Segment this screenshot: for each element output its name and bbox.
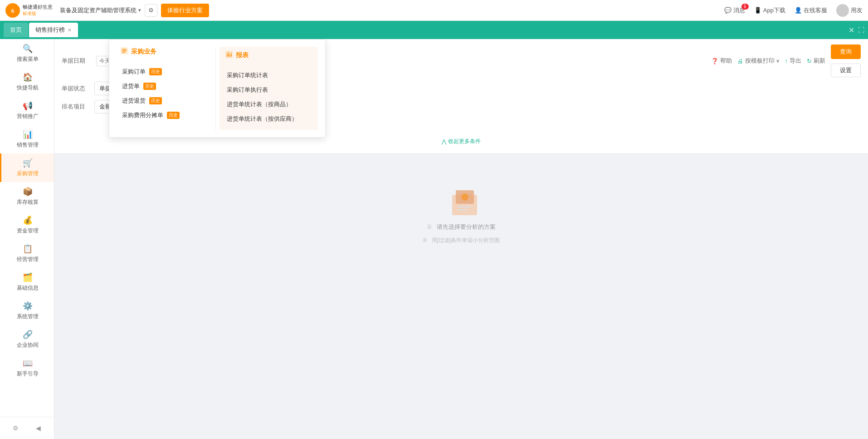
app-download-label: App下载	[763, 6, 785, 15]
sidebar-item-marketing[interactable]: 📢 营销推广	[0, 96, 54, 125]
sidebar-label-basic-info: 基础信息	[17, 284, 39, 292]
inventory-icon: 📦	[23, 187, 33, 197]
basic-info-icon: 🗂️	[23, 272, 33, 282]
home-icon: 🏠	[23, 72, 33, 82]
guide-icon: 📖	[23, 358, 33, 368]
main-layout: 🔍 搜索菜单 🏠 快捷导航 📢 营销推广 📊 销售管理 🛒 采购管理 📦 库存核…	[0, 39, 868, 439]
sidebar-item-inventory[interactable]: 📦 库存核算	[0, 182, 54, 211]
sidebar-item-purchase[interactable]: 🛒 采购管理	[0, 153, 54, 182]
service-icon: 👤	[795, 7, 802, 14]
sidebar: 🔍 搜索菜单 🏠 快捷导航 📢 营销推广 📊 销售管理 🛒 采购管理 📦 库存核…	[0, 39, 54, 439]
menu-section-report-title: 报表	[225, 50, 313, 63]
industry-btn[interactable]: 体验行业方案	[161, 4, 209, 17]
menu-item-incoming-stats-goods[interactable]: 进货单统计表（按商品）	[225, 97, 313, 112]
refresh-icon: ↻	[807, 58, 812, 64]
svg-rect-8	[458, 209, 468, 211]
purchase-business-icon	[120, 47, 128, 56]
logo-text-block: 畅捷通好生意 标准版	[23, 4, 53, 16]
incoming-badge: 历史	[143, 83, 156, 90]
svg-point-3	[839, 12, 846, 16]
dropdown-menu: 采购业务 采购订单 历史 进货单 历史 进货退货 历史 采购费用分摊单 历史	[109, 39, 326, 138]
sidebar-label-quick-nav: 快捷导航	[17, 84, 39, 92]
settings-icon-button[interactable]: ⚙	[145, 4, 157, 17]
empty-state: ① 请先选择要分析的方案 ② 用[过滤]条件来缩小分析范围	[54, 154, 868, 271]
print-btn[interactable]: 🖨 按模板打印 ▾	[737, 57, 780, 65]
marketing-icon: 📢	[23, 101, 33, 111]
sidebar-label-marketing: 营销推广	[17, 113, 39, 120]
rank-label: 排名项目	[62, 103, 89, 111]
query-btn[interactable]: 查询	[831, 44, 861, 59]
finance-icon: 💰	[23, 215, 33, 225]
logo-area: 6 畅捷通好生意 标准版	[5, 3, 60, 18]
menu-section-purchase: 采购业务 采购订单 历史 进货单 历史 进货退货 历史 采购费用分摊单 历史	[117, 47, 212, 130]
user-label: 用友	[851, 6, 863, 15]
menu-item-incoming-stats-supplier[interactable]: 进货单统计表（按供应商）	[225, 112, 313, 126]
empty-tip2: ② 用[过滤]条件来缩小分析范围	[422, 237, 500, 244]
header-right: 💬 消息 6 📱 App下载 👤 在线客服 用友	[724, 4, 863, 17]
sidebar-label-enterprise: 企业协同	[17, 341, 39, 349]
sidebar-label-sales: 销售管理	[17, 141, 39, 149]
sidebar-item-search[interactable]: 🔍 搜索菜单	[0, 39, 54, 68]
sidebar-item-quick-nav[interactable]: 🏠 快捷导航	[0, 68, 54, 96]
sidebar-item-basic-info[interactable]: 🗂️ 基础信息	[0, 268, 54, 296]
menu-item-return[interactable]: 进货退货 历史	[120, 94, 208, 108]
sidebar-item-system[interactable]: ⚙️ 系统管理	[0, 296, 54, 325]
menu-item-purchase-order-stats[interactable]: 采购订单统计表	[225, 68, 313, 83]
sidebar-label-guide: 新手引导	[17, 370, 39, 378]
system-dropdown-arrow[interactable]: ▾	[138, 7, 141, 13]
search-icon: 🔍	[23, 44, 33, 54]
tab-bar-right: ✕ ⛶	[848, 26, 864, 35]
tab-sales-ranking[interactable]: 销售排行榜 ✕	[29, 23, 78, 37]
phone-icon: 📱	[754, 7, 761, 14]
tab-close-icon[interactable]: ✕	[68, 27, 72, 33]
close-all-tabs-icon[interactable]: ✕	[848, 26, 854, 35]
online-service-action[interactable]: 👤 在线客服	[795, 6, 827, 15]
sidebar-item-operations[interactable]: 📋 经营管理	[0, 239, 54, 268]
purchase-order-badge: 历史	[149, 68, 162, 75]
sidebar-settings-btn[interactable]: ⚙	[10, 422, 22, 434]
expand-icon[interactable]: ⛶	[858, 26, 864, 34]
online-service-label: 在线客服	[804, 6, 827, 15]
svg-text:6: 6	[11, 7, 15, 14]
enterprise-icon: 🔗	[23, 330, 33, 340]
header-middle: 装备及固定资产辅助管理系统 ▾ ⚙ 体验行业方案	[60, 4, 724, 17]
date-label: 单据日期	[62, 57, 89, 65]
menu-item-purchase-order[interactable]: 采购订单 历史	[120, 64, 208, 79]
user-action[interactable]: 用友	[836, 4, 863, 17]
message-action[interactable]: 💬 消息 6	[724, 6, 745, 15]
logo-brand: 畅捷通好生意	[23, 4, 53, 10]
refresh-btn[interactable]: ↻ 刷新	[807, 57, 825, 65]
sidebar-label-search: 搜索菜单	[17, 55, 39, 63]
sidebar-item-guide[interactable]: 📖 新手引导	[0, 354, 54, 382]
export-btn[interactable]: ↑ 导出	[785, 57, 802, 65]
svg-point-2	[841, 7, 844, 10]
svg-point-6	[461, 193, 468, 201]
action-btns: 查询 设置	[831, 44, 861, 77]
print-dropdown-icon[interactable]: ▾	[776, 58, 780, 64]
sidebar-item-sales[interactable]: 📊 销售管理	[0, 125, 54, 153]
menu-item-cost-alloc[interactable]: 采购费用分摊单 历史	[120, 108, 208, 123]
cost-alloc-badge: 历史	[167, 112, 180, 119]
sidebar-bottom: ⚙ ◀	[0, 417, 54, 439]
svg-rect-7	[458, 206, 471, 207]
notification-badge: 6	[741, 4, 749, 10]
tab-home[interactable]: 首页	[4, 23, 28, 37]
menu-section-report: 报表 采购订单统计表 采购订单执行表 进货单统计表（按商品） 进货单统计表（按供…	[219, 47, 318, 130]
sidebar-label-operations: 经营管理	[17, 256, 39, 263]
message-icon: 💬	[724, 7, 731, 14]
system-name: 装备及固定资产辅助管理系统 ▾	[60, 6, 141, 15]
help-btn[interactable]: ❓ 帮助	[711, 57, 732, 65]
logo-edition: 标准版	[23, 10, 53, 17]
sidebar-collapse-btn[interactable]: ◀	[32, 422, 44, 434]
menu-item-purchase-order-exec[interactable]: 采购订单执行表	[225, 83, 313, 97]
export-icon: ↑	[785, 58, 788, 64]
set-btn[interactable]: 设置	[831, 64, 861, 77]
menu-item-incoming[interactable]: 进货单 历史	[120, 79, 208, 94]
toolbar-right: ❓ 帮助 🖨 按模板打印 ▾ ↑ 导出 ↻	[711, 44, 861, 77]
empty-illustration	[443, 181, 479, 217]
app-download-action[interactable]: 📱 App下载	[754, 6, 785, 15]
menu-section-purchase-title: 采购业务	[120, 47, 208, 59]
sidebar-item-finance[interactable]: 💰 资金管理	[0, 211, 54, 239]
sidebar-item-enterprise[interactable]: 🔗 企业协同	[0, 325, 54, 354]
top-header: 6 畅捷通好生意 标准版 装备及固定资产辅助管理系统 ▾ ⚙ 体验行业方案 💬 …	[0, 0, 868, 21]
